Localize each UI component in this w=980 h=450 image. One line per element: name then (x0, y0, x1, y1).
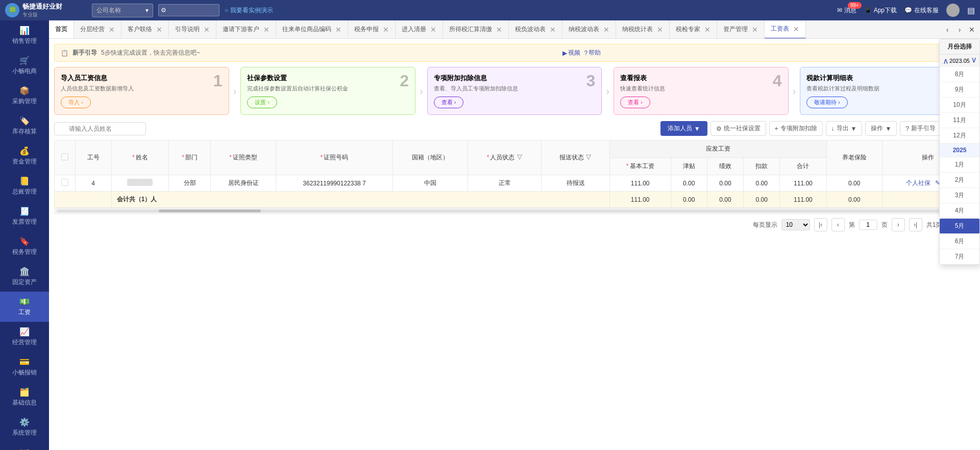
online-service-btn[interactable]: 💬 在线客服 (904, 6, 939, 15)
summary-deduction: 0.00 (744, 192, 780, 208)
settings-icon[interactable]: ⚙ (158, 4, 219, 16)
row-checkbox[interactable] (61, 179, 68, 186)
sidebar-item-采购管理[interactable]: 📦 采购管理 (0, 81, 49, 111)
tab-分层经营[interactable]: 分层经营 ✕ (74, 20, 121, 39)
tab-close-btn[interactable]: ✕ (383, 26, 389, 34)
sidebar-item-销售管理[interactable]: 📊 销售管理 (0, 20, 49, 51)
month-item-5月[interactable]: 5月 (940, 219, 979, 234)
search-input[interactable] (54, 122, 146, 135)
guide-btn-toolbar[interactable]: ? 新手引导 (900, 121, 941, 136)
settings-btn[interactable]: ⚙ 统一社保设置 (710, 121, 766, 136)
tab-税检专家[interactable]: 税检专家 ✕ (670, 20, 717, 39)
month-item-10月[interactable]: 10月 (940, 98, 979, 113)
tab-next-btn[interactable]: › (954, 24, 965, 35)
next-page-btn[interactable]: › (892, 218, 905, 231)
month-item-2月[interactable]: 2月 (940, 173, 979, 188)
tab-进入清册[interactable]: 进入清册 ✕ (396, 20, 443, 39)
sidebar-item-工资[interactable]: 💵 工资 (0, 292, 49, 322)
month-item-4月[interactable]: 4月 (940, 203, 979, 219)
month-item-3月[interactable]: 3月 (940, 188, 979, 203)
avatar[interactable] (946, 4, 960, 17)
sidebar-item-发票管理[interactable]: 🧾 发票管理 (0, 201, 49, 231)
tab-close-btn[interactable]: ✕ (335, 26, 341, 34)
sidebar-item-经营管理[interactable]: 📈 经营管理 (0, 322, 49, 352)
month-prev-year-btn[interactable]: ∧ (942, 56, 949, 66)
sidebar-item-库存核算[interactable]: 🏷️ 库存核算 (0, 111, 49, 141)
tab-纳税波动表[interactable]: 纳税波动表 ✕ (562, 20, 616, 39)
tab-税务申报[interactable]: 税务申报 ✕ (348, 20, 396, 39)
sidebar-item-资金管理[interactable]: 💰 资金管理 (0, 141, 49, 171)
tab-所得税汇算清缴[interactable]: 所得税汇算清缴 ✕ (443, 20, 509, 39)
tab-工资表[interactable]: 工资表 ✕ (765, 20, 806, 39)
tab-close-btn[interactable]: ✕ (793, 25, 799, 33)
tab-客户联络[interactable]: 客户联络 ✕ (121, 20, 169, 39)
special-deduction-btn[interactable]: + 专项附加扣除 (769, 121, 823, 136)
month-item-9月[interactable]: 9月 (940, 82, 979, 98)
tab-资产管理[interactable]: 资产管理 ✕ (717, 20, 765, 39)
step-btn-1[interactable]: 导入 › (61, 97, 91, 108)
operation-btn[interactable]: 操作 ▼ (865, 121, 897, 136)
tab-close-btn[interactable]: ✕ (752, 26, 758, 34)
message-btn[interactable]: ✉ 消息 99+ (837, 6, 856, 15)
company-selector[interactable]: 公司名称 ▼ (92, 4, 153, 17)
month-item-6月[interactable]: 6月 (940, 234, 979, 249)
page-size-select[interactable]: 10 20 50 (781, 219, 810, 230)
sidebar-item-税务管理[interactable]: 🔖 税务管理 (0, 231, 49, 262)
export-btn[interactable]: ↓ 导出 ▼ (826, 121, 863, 136)
month-next-year-btn[interactable]: ∧ (970, 56, 977, 66)
sidebar-item-总账管理[interactable]: 📒 总账管理 (0, 171, 49, 201)
tab-close-btn[interactable]: ✕ (156, 26, 162, 34)
report-filter-icon[interactable]: ▽ (585, 154, 592, 161)
step-btn-2[interactable]: 设置 › (247, 97, 277, 108)
sidebar-item-小畅报销[interactable]: 💳 小畅报销 (0, 352, 49, 382)
month-item-11月[interactable]: 11月 (940, 113, 979, 128)
tab-close-btn[interactable]: ✕ (430, 26, 436, 34)
tab-邀请下游客户[interactable]: 邀请下游客户 ✕ (216, 20, 276, 39)
tab-close-btn[interactable]: ✕ (603, 26, 609, 34)
tab-close-all-btn[interactable]: ✕ (966, 24, 977, 35)
tab-close-btn[interactable]: ✕ (704, 26, 710, 34)
tab-往来单位商品编码[interactable]: 往来单位商品编码 ✕ (276, 20, 348, 39)
demo-link[interactable]: ○ 我要看实例演示 (225, 6, 273, 15)
tab-纳税统计表[interactable]: 纳税统计表 ✕ (616, 20, 670, 39)
step-btn-4[interactable]: 查看 › (620, 97, 650, 108)
video-link[interactable]: ▶ 视频 (562, 49, 580, 57)
status-filter-icon[interactable]: ▽ (517, 154, 523, 161)
prev-page-btn[interactable]: ‹ (831, 218, 845, 231)
add-person-btn[interactable]: 添加人员 ▼ (660, 121, 707, 136)
app-download-btn[interactable]: 📱 App下载 (864, 6, 897, 15)
toolbar: 🔍 添加人员 ▼ ⚙ 统一社保设置 + (54, 121, 975, 136)
sidebar-item-系统管理[interactable]: ⚙️ 系统管理 (0, 412, 49, 442)
month-item-8月[interactable]: 8月 (940, 67, 979, 82)
step-btn-3[interactable]: 查看 › (434, 97, 464, 108)
step-btn-5[interactable]: 敬请期待 › (806, 97, 848, 108)
tab-close-btn[interactable]: ✕ (204, 26, 210, 34)
tab-引导说明[interactable]: 引导说明 ✕ (169, 20, 216, 39)
sidebar-label: 总账管理 (12, 187, 37, 196)
help-link[interactable]: ? 帮助 (584, 49, 601, 57)
tab-税负波动表[interactable]: 税负波动表 ✕ (509, 20, 562, 39)
personal-insurance-link[interactable]: 个人社保 (906, 179, 930, 186)
page-input[interactable] (859, 220, 877, 230)
tab-首页[interactable]: 首页 (49, 20, 74, 39)
horizontal-scrollbar[interactable] (54, 208, 975, 214)
last-page-btn[interactable]: ›| (909, 218, 922, 231)
step-title: 查看报表 (620, 74, 782, 83)
tab-close-btn[interactable]: ✕ (496, 26, 502, 34)
sidebar-item-小畅电商[interactable]: 🛒 小畅电商 (0, 51, 49, 81)
month-item-7月[interactable]: 7月 (940, 249, 979, 265)
tab-close-btn[interactable]: ✕ (657, 26, 663, 34)
tab-close-btn[interactable]: ✕ (263, 26, 270, 34)
sidebar-item-基础信息[interactable]: 🗂️ 基础信息 (0, 382, 49, 412)
month-item-1月[interactable]: 1月 (940, 157, 979, 173)
sidebar-item-固定资产[interactable]: 🏛️ 固定资产 (0, 262, 49, 292)
tab-close-btn[interactable]: ✕ (109, 26, 115, 34)
sidebar-item-企业协同[interactable]: 🤝 企业协同 (0, 442, 49, 450)
tab-close-btn[interactable]: ✕ (550, 26, 556, 34)
scroll-thumb[interactable] (159, 209, 261, 212)
user-menu-btn[interactable]: ▤ (967, 6, 975, 15)
tab-prev-btn[interactable]: ‹ (942, 24, 953, 35)
select-all-checkbox[interactable] (61, 153, 68, 160)
first-page-btn[interactable]: |‹ (814, 218, 827, 231)
month-item-12月[interactable]: 12月 (940, 128, 979, 144)
